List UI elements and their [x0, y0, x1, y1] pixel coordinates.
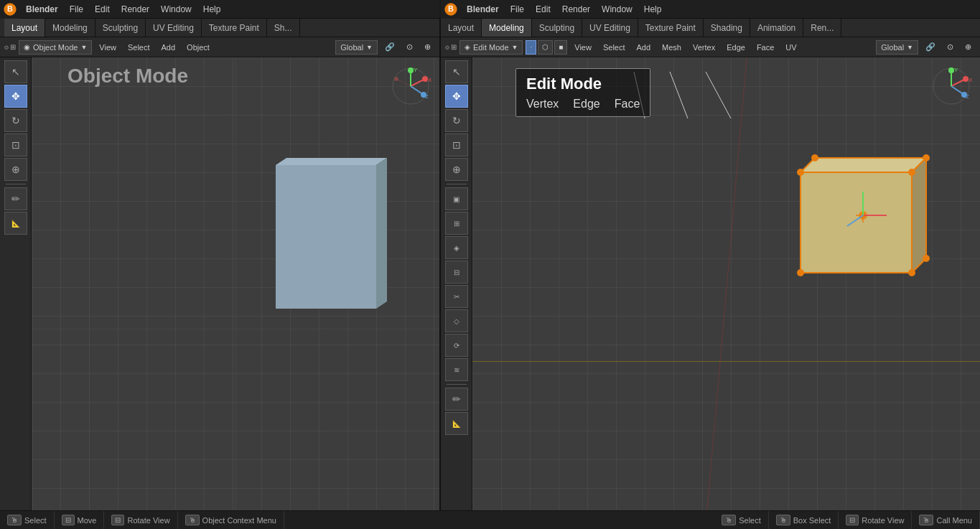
mesh-menu-right[interactable]: Mesh	[658, 40, 686, 55]
svg-text:Y: Y	[414, 67, 418, 73]
select-menu-right[interactable]: Select	[599, 40, 630, 55]
annotate-tool[interactable]: ✏	[4, 187, 27, 210]
prop-edit-btn-right[interactable]: ⊙	[943, 40, 958, 55]
right-mode-selector[interactable]: ⌾ ⊞	[445, 43, 457, 51]
menu-file-left[interactable]: File	[64, 0, 89, 18]
transform-global-left[interactable]: Global ▼	[335, 40, 378, 55]
tab-render-right[interactable]: Ren...	[803, 19, 841, 37]
tab-modeling-right[interactable]: Modeling	[482, 19, 532, 37]
overlay-btn-left[interactable]: ⊕	[420, 40, 435, 55]
svg-marker-6	[376, 158, 387, 309]
status-context-left: Object Context Menu	[202, 516, 276, 525]
perspective-gizmo-left[interactable]: X Y Z	[389, 65, 432, 108]
tab-layout-left[interactable]: Layout	[4, 19, 45, 37]
spin-tool[interactable]: ⟳	[445, 334, 468, 357]
scale-tool-right[interactable]: ⊡	[445, 134, 468, 156]
cursor-tool-right[interactable]: ↖	[445, 60, 468, 83]
menu-help-left[interactable]: Help	[197, 0, 227, 18]
status-rotate-right: Rotate View	[862, 516, 904, 525]
menu-window-left[interactable]: Window	[155, 0, 197, 18]
right-view-icon2: ⊞	[451, 43, 457, 51]
poly-build-tool[interactable]: ◇	[445, 309, 468, 332]
svg-point-14	[408, 67, 414, 73]
scale-tool[interactable]: ⊡	[4, 134, 27, 156]
vertex-menu-right[interactable]: Vertex	[689, 40, 719, 55]
perspective-gizmo-right[interactable]: X Y Z	[930, 65, 973, 108]
right-viewport-canvas[interactable]: Edit Mode Vertex Edge Face	[472, 57, 980, 510]
menu-file-right[interactable]: File	[505, 0, 530, 18]
tab-texture-right[interactable]: Texture Paint	[638, 19, 704, 37]
cursor-tool[interactable]: ↖	[4, 60, 27, 83]
left-editor-header: ⌾ ⊞ ◉ Object Mode ▼ View Select Add Obje…	[0, 37, 439, 57]
face-select-btn[interactable]: ■	[554, 40, 567, 55]
left-top-bar: B Blender File Edit Render Window Help	[0, 0, 439, 19]
select-menu-left[interactable]: Select	[123, 40, 154, 55]
rotate-tool[interactable]: ↻	[4, 109, 27, 132]
rotate-tool-right[interactable]: ↻	[445, 109, 468, 132]
menu-edit-right[interactable]: Edit	[530, 0, 556, 18]
overlay-btn-right[interactable]: ⊕	[961, 40, 976, 55]
add-menu-left[interactable]: Add	[157, 40, 180, 55]
mode-label: Object Mode	[33, 43, 78, 52]
bevel-tool[interactable]: ◈	[445, 236, 468, 259]
menu-window-right[interactable]: Window	[596, 0, 638, 18]
vertex-select-btn[interactable]: ·	[526, 40, 536, 55]
tab-shader-left[interactable]: Sh...	[267, 19, 300, 37]
svg-point-26	[908, 169, 915, 176]
tab-editing-right[interactable]: UV Editing	[582, 19, 638, 37]
transform-global-right[interactable]: Global ▼	[876, 40, 918, 55]
snap-btn-left[interactable]: 🔗	[381, 40, 399, 55]
smooth-tool[interactable]: ≋	[445, 358, 468, 381]
tab-sculpting-right[interactable]: Sculpting	[532, 19, 582, 37]
uv-menu-right[interactable]: UV	[781, 40, 801, 55]
object-menu-left[interactable]: Object	[182, 40, 214, 55]
menu-render-left[interactable]: Render	[116, 0, 155, 18]
tab-modeling-left[interactable]: Modeling	[45, 19, 95, 37]
prop-edit-btn-left[interactable]: ⊙	[402, 40, 417, 55]
tab-animation-right[interactable]: Animation	[750, 19, 803, 37]
inset-tool[interactable]: ⊞	[445, 212, 468, 235]
face-menu-right[interactable]: Face	[752, 40, 778, 55]
extrude-tool[interactable]: ▣	[445, 187, 468, 210]
status-right-select: 🖱 Select	[714, 511, 769, 529]
tab-texture-paint-left[interactable]: Texture Paint	[202, 19, 267, 37]
status-move-left: Move	[78, 516, 97, 525]
status-left-move: ⊟ Move	[55, 511, 105, 529]
status-box-select: Box Select	[793, 516, 831, 525]
annotate-tool-right[interactable]: ✏	[445, 388, 468, 411]
menu-edit-left[interactable]: Edit	[89, 0, 116, 18]
measure-tool-right[interactable]: 📐	[445, 412, 468, 435]
global-arrow-right: ▼	[907, 44, 913, 51]
tab-uv-editing-left[interactable]: UV Editing	[146, 19, 202, 37]
view-menu-left[interactable]: View	[95, 40, 121, 55]
annotate-icon: ✏	[11, 193, 20, 205]
move-tool-right[interactable]: ✥	[445, 85, 468, 108]
svg-point-9	[422, 76, 428, 82]
snap-btn-right[interactable]: 🔗	[921, 40, 940, 55]
status-left-select: 🖱 Select	[0, 511, 55, 529]
edit-mode-cube	[772, 144, 937, 325]
right-viewport: Layout Modeling Sculpting UV Editing Tex…	[441, 19, 980, 510]
overlay-icon-right: ⊕	[965, 42, 971, 52]
measure-tool[interactable]: 📐	[4, 212, 27, 235]
view-menu-right[interactable]: View	[570, 40, 596, 55]
menu-help-right[interactable]: Help	[638, 0, 668, 18]
left-mode-selector[interactable]: ⌾ ⊞	[4, 43, 16, 51]
knife-tool[interactable]: ✂	[445, 285, 468, 308]
left-viewport-canvas[interactable]: Object Mode X Y	[32, 57, 439, 510]
loop-cut-tool[interactable]: ⊟	[445, 261, 468, 284]
object-mode-dropdown[interactable]: ◉ Object Mode ▼	[19, 40, 92, 55]
tab-layout-right[interactable]: Layout	[441, 19, 482, 37]
transform-tool-right[interactable]: ⊕	[445, 158, 468, 181]
transform-tool[interactable]: ⊕	[4, 158, 27, 181]
scale-icon-right: ⊡	[452, 139, 461, 151]
edge-menu-right[interactable]: Edge	[722, 40, 750, 55]
edit-mode-dropdown[interactable]: ◈ Edit Mode ▼	[459, 40, 523, 55]
edge-select-btn[interactable]: ⬡	[538, 40, 553, 55]
menu-render-right[interactable]: Render	[556, 0, 596, 18]
tab-shading-right[interactable]: Shading	[704, 19, 750, 37]
move-tool[interactable]: ✥	[4, 85, 27, 108]
svg-line-11	[396, 79, 411, 86]
tab-sculpting-left[interactable]: Sculpting	[95, 19, 146, 37]
add-menu-right[interactable]: Add	[633, 40, 655, 55]
